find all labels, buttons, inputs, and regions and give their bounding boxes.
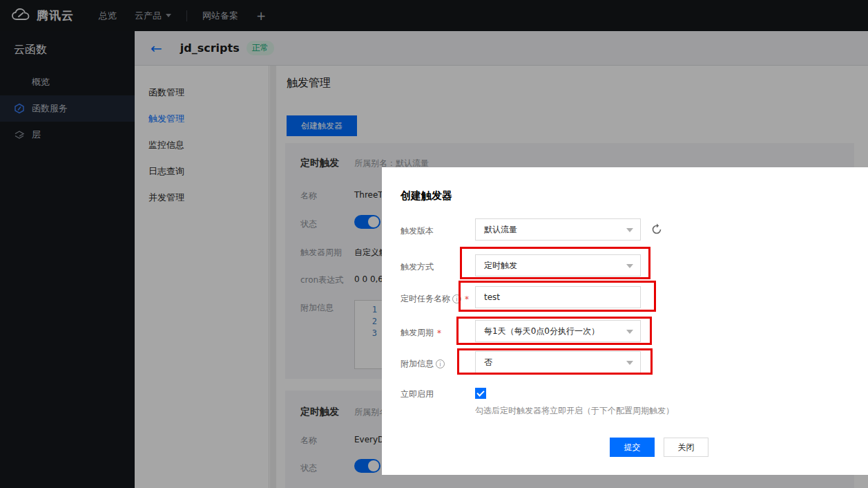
refresh-icon[interactable] [650, 223, 663, 236]
trigger-cycle-label: 触发周期 * [401, 327, 441, 339]
task-name-label: 定时任务名称 i * [401, 293, 469, 305]
chevron-down-icon [626, 264, 633, 268]
trigger-method-select[interactable]: 定时触发 [475, 254, 641, 276]
required-asterisk: * [437, 328, 441, 338]
enable-hint-text: 勾选后定时触发器将立即开启（于下个配置周期触发） [475, 405, 674, 417]
required-asterisk: * [465, 294, 469, 304]
chevron-down-icon [626, 330, 633, 334]
chevron-down-icon [626, 228, 633, 232]
extra-info-select[interactable]: 否 [475, 351, 641, 373]
modal-title: 创建触发器 [401, 189, 452, 203]
info-icon: i [452, 294, 461, 303]
trigger-version-label: 触发版本 [401, 225, 434, 237]
enable-now-checkbox[interactable] [475, 388, 486, 399]
trigger-version-select[interactable]: 默认流量 [475, 218, 641, 241]
chevron-down-icon [626, 361, 633, 365]
info-icon: i [436, 359, 445, 368]
close-button[interactable]: 关闭 [664, 438, 708, 457]
create-trigger-modal: 创建触发器 触发版本 默认流量 触发方式 定时触发 定时任务名称 i * tes… [382, 167, 868, 475]
submit-button[interactable]: 提交 [610, 438, 655, 457]
trigger-cycle-select[interactable]: 每1天（每天0点0分执行一次） [475, 320, 641, 342]
extra-info-label: 附加信息 i [401, 358, 445, 370]
trigger-method-label: 触发方式 [401, 261, 434, 273]
task-name-input[interactable]: test [475, 286, 641, 308]
enable-now-label: 立即启用 [401, 388, 434, 400]
